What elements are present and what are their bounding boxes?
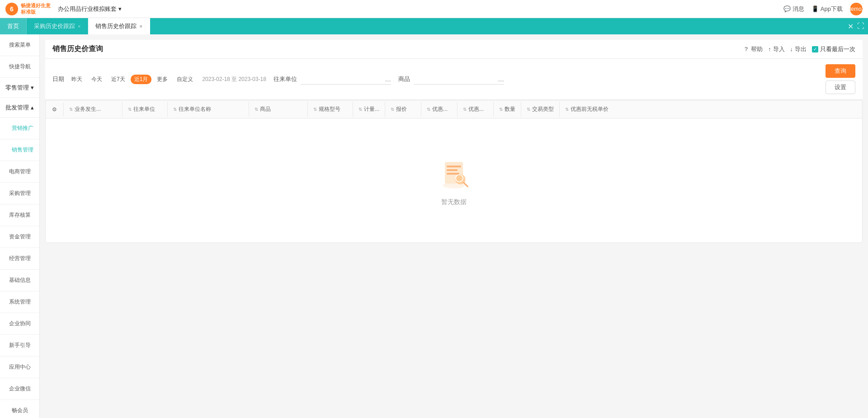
th-price[interactable]: ⇅ 报价 [385, 102, 421, 117]
tab-home[interactable]: 首页 [0, 18, 27, 34]
help-btn[interactable]: ？ 帮助 [743, 45, 763, 53]
message-btn[interactable]: 💬 消息 [783, 5, 804, 13]
empty-state: 暂无数据 [46, 119, 862, 242]
user-profile[interactable]: demo2 [850, 3, 863, 15]
marketing-label: 营销推广 [12, 124, 33, 132]
empty-text: 暂无数据 [441, 198, 467, 206]
retail-label: 零售管理 [5, 84, 29, 92]
empty-icon [436, 155, 472, 191]
partner-filter-group: 往来单位 ... [274, 74, 391, 85]
sidebar-item-wechat[interactable]: 企业微信 [0, 378, 39, 400]
date-opt-custom[interactable]: 自定义 [173, 75, 197, 84]
tab-purchase-close[interactable]: × [78, 24, 80, 29]
sidebar-item-operations[interactable]: 经营管理 [0, 248, 39, 270]
date-options: 昨天 今天 近7天 近1月 更多 自定义 [68, 75, 197, 84]
tab-close-window-icon[interactable]: ✕ [848, 22, 854, 31]
sidebar: 搜索菜单 快捷导航 零售管理 ▾ 批发管理 ▴ 营销推广 销售管理 电商管理 采… [0, 34, 40, 418]
sidebar-item-sales-mgmt[interactable]: 销售管理 [0, 139, 39, 161]
th-unit[interactable]: ⇅ 计量... [353, 102, 385, 117]
avatar: demo2 [850, 3, 863, 15]
sort-unit-icon: ⇅ [359, 107, 362, 112]
import-btn[interactable]: ↑ 导入 [768, 45, 785, 53]
app-center-label: 应用中心 [9, 363, 31, 371]
date-opt-last1m[interactable]: 近1月 [131, 75, 152, 84]
sidebar-item-finance[interactable]: 资金管理 [0, 226, 39, 248]
gear-icon: ⚙ [52, 106, 57, 113]
tab-purchase-history[interactable]: 采购历史价跟踪 × [27, 18, 88, 34]
tab-sales-history[interactable]: 销售历史价跟踪 × [88, 18, 150, 34]
sidebar-item-basic-info[interactable]: 基础信息 [0, 270, 39, 291]
partner-label: 往来单位 [274, 75, 297, 83]
sort-notax-icon: ⇅ [565, 107, 569, 112]
th-partner-name[interactable]: ⇅ 往来单位名称 [168, 102, 249, 117]
action-btn-group: 查询 设置 [826, 64, 855, 94]
th-spec[interactable]: ⇅ 规格型号 [308, 102, 353, 117]
sidebar-item-wholesale[interactable]: 批发管理 ▴ [0, 98, 39, 118]
product-label: 商品 [398, 75, 410, 83]
filter-area: 日期 昨天 今天 近7天 近1月 更多 自定义 2023-02-18 至 202… [45, 59, 863, 100]
export-btn[interactable]: ↓ 导出 [790, 45, 807, 53]
filter-row: 日期 昨天 今天 近7天 近1月 更多 自定义 2023-02-18 至 202… [52, 64, 855, 94]
dropdown-icon: ▾ [118, 5, 122, 12]
th-discount2[interactable]: ⇅ 优惠... [458, 102, 494, 117]
sort-product-icon: ⇅ [255, 107, 258, 112]
member-label: 畅会员 [12, 407, 28, 414]
tab-maximize-icon[interactable]: ⛶ [857, 22, 864, 30]
main-content: 销售历史价查询 ？ 帮助 ↑ 导入 ↓ 导出 ✓ 只看最后一次 [40, 34, 868, 418]
sidebar-item-inventory[interactable]: 库存核算 [0, 204, 39, 226]
sidebar-item-enterprise[interactable]: 企业协同 [0, 313, 39, 335]
sidebar-item-ecommerce[interactable]: 电商管理 [0, 161, 39, 183]
sort-trade-icon: ⇅ [527, 107, 530, 112]
shortcut-label: 快捷导航 [9, 63, 31, 71]
logo-text: 畅捷通好生意 标准版 [21, 3, 51, 14]
app-download-btn[interactable]: 📱 App下载 [811, 5, 843, 13]
th-trade-type[interactable]: ⇅ 交易类型 [521, 102, 560, 117]
sort-partner-code-icon: ⇅ [128, 107, 132, 112]
sidebar-item-system[interactable]: 系统管理 [0, 291, 39, 313]
th-partner-code[interactable]: ⇅ 往来单位 [123, 102, 168, 117]
date-range-text: 2023-02-18 至 2023-03-18 [202, 76, 266, 83]
page-actions: ？ 帮助 ↑ 导入 ↓ 导出 ✓ 只看最后一次 [743, 45, 855, 53]
th-gear[interactable]: ⚙ [46, 103, 64, 116]
sidebar-item-marketing[interactable]: 营销推广 [0, 118, 39, 139]
sort-biz-icon: ⇅ [69, 107, 73, 112]
settings-button[interactable]: 设置 [826, 81, 855, 94]
tab-sales-label: 销售历史价跟踪 [95, 22, 137, 30]
page-title: 销售历史价查询 [52, 44, 103, 54]
date-opt-last7[interactable]: 近7天 [108, 75, 129, 84]
date-opt-more[interactable]: 更多 [153, 75, 171, 84]
import-icon: ↑ [768, 46, 771, 52]
date-opt-today[interactable]: 今天 [88, 75, 106, 84]
sort-spec-icon: ⇅ [313, 107, 317, 112]
sales-mgmt-label: 销售管理 [12, 146, 33, 154]
only-last-checkbox[interactable]: ✓ 只看最后一次 [812, 45, 855, 53]
guide-label: 新手引导 [9, 342, 31, 349]
th-qty[interactable]: ⇅ 数量 [494, 102, 521, 117]
th-biz-date[interactable]: ⇅ 业务发生... [64, 102, 123, 117]
sidebar-item-member[interactable]: 畅会员 [0, 400, 39, 418]
sidebar-item-guide[interactable]: 新手引导 [0, 335, 39, 356]
th-notax-price[interactable]: ⇅ 优惠前无税单价 [560, 102, 862, 117]
partner-input-dots[interactable]: ... [385, 75, 391, 83]
date-opt-yesterday[interactable]: 昨天 [68, 75, 86, 84]
sidebar-item-app-center[interactable]: 应用中心 [0, 356, 39, 378]
th-product[interactable]: ⇅ 商品 [249, 102, 308, 117]
wechat-label: 企业微信 [9, 385, 31, 393]
sort-price-icon: ⇅ [391, 107, 394, 112]
product-input-dots[interactable]: ... [498, 75, 504, 83]
svg-rect-2 [447, 166, 461, 167]
query-button[interactable]: 查询 [826, 64, 855, 78]
logo-area: 6 畅捷通好生意 标准版 [5, 3, 51, 15]
product-input[interactable] [414, 76, 498, 82]
th-discount1[interactable]: ⇅ 优惠... [421, 102, 458, 117]
partner-input[interactable] [301, 76, 385, 82]
tab-sales-close[interactable]: × [139, 24, 142, 29]
sidebar-item-shortcut[interactable]: 快捷导航 [0, 56, 39, 78]
sidebar-item-search[interactable]: 搜索菜单 [0, 34, 39, 56]
tab-bar-right: ✕ ⛶ [848, 22, 868, 31]
sidebar-item-retail[interactable]: 零售管理 ▾ [0, 78, 39, 98]
message-icon: 💬 [783, 5, 791, 12]
title-selector[interactable]: 办公用品行业模拟账套 ▾ [54, 3, 125, 15]
sidebar-item-purchase[interactable]: 采购管理 [0, 183, 39, 204]
page-header: 销售历史价查询 ？ 帮助 ↑ 导入 ↓ 导出 ✓ 只看最后一次 [45, 40, 863, 59]
